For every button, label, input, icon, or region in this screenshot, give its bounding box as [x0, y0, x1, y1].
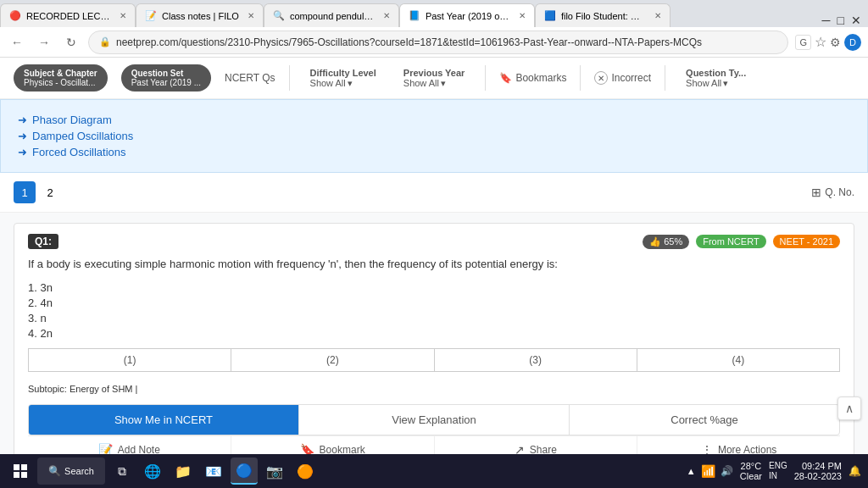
ncert-qs-filter[interactable]: NCERT Qs: [225, 72, 275, 84]
minimize-btn[interactable]: ─: [822, 14, 831, 27]
search-taskbar-button[interactable]: 🔍 Search: [37, 458, 105, 485]
difficulty-label: Difficulty Level: [310, 68, 376, 78]
arrow-icon-3: ➜: [18, 146, 27, 158]
answer-col-3[interactable]: (3): [434, 348, 637, 371]
clock-time: 09:24 PM: [794, 461, 842, 471]
subject-chapter-label: Subject & Chapter: [24, 69, 97, 78]
bookmarks-filter[interactable]: 🔖 Bookmarks: [499, 72, 566, 84]
topic-forced-oscillations[interactable]: ➜ Forced Oscillations: [18, 146, 850, 158]
extra-app-icon[interactable]: 🟠: [292, 458, 319, 485]
correct-percentage-button[interactable]: Correct %age: [569, 405, 839, 435]
tab-close-3[interactable]: ✕: [383, 11, 390, 20]
q1-likes-pct: 65%: [664, 236, 682, 247]
scroll-to-top-button[interactable]: ∧: [837, 396, 861, 420]
svg-rect-0: [14, 464, 19, 470]
page-2-btn[interactable]: 2: [39, 181, 61, 203]
q1-option-3: 3. n: [28, 312, 840, 324]
difficulty-chevron: ▾: [348, 78, 353, 89]
tab-close-1[interactable]: ✕: [120, 11, 126, 20]
camera-icon[interactable]: 📷: [261, 458, 288, 485]
main-content-area: ➜ Phasor Diagram ➜ Damped Oscillations ➜…: [0, 99, 868, 485]
close-btn[interactable]: ✕: [851, 14, 861, 27]
tab-close-4[interactable]: ✕: [519, 11, 526, 20]
previous-year-filter[interactable]: Previous Year Show All ▾: [397, 66, 472, 91]
difficulty-filter[interactable]: Difficulty Level Show All ▾: [303, 66, 383, 91]
q1-ncert-badge: From NCERT: [696, 235, 765, 248]
filter-divider-1: [289, 65, 290, 91]
tab-recorded-lecture[interactable]: 🔴 RECORDED LECTURE @ 8:00 p... ✕: [0, 3, 136, 27]
tab-close-5[interactable]: ✕: [654, 11, 661, 20]
tray-arrow[interactable]: ▲: [687, 466, 696, 476]
tab-compound-pendulum[interactable]: 🔍 compound pendulum - Google ... ✕: [264, 3, 399, 27]
chrome-icon[interactable]: 🔵: [231, 458, 258, 485]
subject-chapter-filter[interactable]: Subject & Chapter Physics - Oscillat...: [14, 64, 108, 92]
tab-favicon-1: 🔴: [9, 10, 21, 22]
topic-damped-oscillations[interactable]: ➜ Damped Oscillations: [18, 130, 850, 142]
q1-badges: 👍 65% From NCERT NEET - 2021: [643, 235, 840, 249]
edge-browser-icon[interactable]: 🌐: [139, 458, 166, 485]
tab-favicon-2: 📝: [145, 10, 157, 22]
q1-option-2: 2. 4n: [28, 297, 840, 309]
option-3-num: 3.: [28, 312, 37, 324]
incorrect-label: Incorrect: [611, 72, 651, 84]
system-tray: ▲ 📶 🔊: [687, 464, 733, 478]
maximize-btn[interactable]: □: [837, 14, 844, 27]
reload-button[interactable]: ↻: [61, 32, 81, 53]
windows-start-button[interactable]: [7, 458, 34, 485]
weather-desc: Clear: [740, 471, 762, 481]
answer-col-2[interactable]: (2): [231, 348, 434, 371]
tab-filo[interactable]: 🟦 filo Filo Student: World's Only Live I…: [535, 3, 670, 27]
search-taskbar-icon: 🔍: [48, 465, 61, 477]
network-icon[interactable]: 📶: [701, 464, 715, 478]
question-1-header: Q1: 👍 65% From NCERT NEET - 2021: [28, 234, 840, 249]
tab-label-5: filo Filo Student: World's Only Live In.…: [561, 11, 646, 21]
forward-button[interactable]: →: [34, 32, 54, 53]
answer-col-1[interactable]: (1): [29, 348, 231, 371]
task-view-button[interactable]: ⧉: [108, 458, 136, 485]
bookmark-icon: 🔖: [499, 72, 512, 84]
volume-icon[interactable]: 🔊: [721, 465, 733, 477]
subtopic-value: Energy of SHM |: [70, 384, 138, 394]
browser-tab-bar: 🔴 RECORDED LECTURE @ 8:00 p... ✕ 📝 Class…: [0, 0, 868, 27]
incorrect-filter[interactable]: ✕ Incorrect: [594, 71, 651, 85]
page-1-btn[interactable]: 1: [14, 181, 36, 203]
option-4-num: 4.: [28, 327, 37, 340]
arrow-icon-1: ➜: [18, 114, 27, 126]
difficulty-value: Show All ▾: [310, 78, 353, 89]
answer-col-4[interactable]: (4): [637, 348, 839, 371]
search-taskbar-label: Search: [64, 466, 94, 476]
tab-close-2[interactable]: ✕: [248, 11, 254, 20]
arrow-icon-2: ➜: [18, 130, 27, 142]
clock-widget[interactable]: 09:24 PM 28-02-2023: [794, 461, 842, 481]
tab-class-notes[interactable]: 📝 Class notes | FILO ✕: [136, 3, 264, 27]
topic-label-3: Forced Oscillations: [32, 146, 126, 158]
q-no-button[interactable]: ⊞ Q. No.: [811, 186, 854, 199]
view-explanation-button[interactable]: View Explanation: [298, 405, 569, 435]
option-1-text: 3n: [40, 281, 52, 294]
weather-temp: 28°C: [740, 461, 762, 471]
question-type-filter[interactable]: Question Ty... Show All ▾: [679, 66, 753, 91]
tab-past-year[interactable]: 📘 Past Year (2019 onward - NTA Pa... ✕: [399, 3, 535, 27]
q1-option-1: 1. 3n: [28, 281, 840, 294]
notification-btn[interactable]: 🔔: [849, 465, 861, 477]
filter-divider-3: [580, 65, 581, 91]
topic-phasor-diagram[interactable]: ➜ Phasor Diagram: [18, 114, 850, 126]
option-2-num: 2.: [28, 297, 37, 309]
lock-icon: 🔒: [99, 36, 111, 47]
back-button[interactable]: ←: [7, 32, 27, 53]
mail-icon[interactable]: 📧: [200, 458, 227, 485]
question-set-filter[interactable]: Question Set Past Year (2019 ...: [121, 64, 211, 92]
topic-links-box: ➜ Phasor Diagram ➜ Damped Oscillations ➜…: [0, 99, 868, 173]
extension-btn[interactable]: ⚙: [830, 36, 841, 49]
weather-widget[interactable]: 28°C Clear: [740, 461, 762, 481]
show-me-ncert-button[interactable]: Show Me in NCERT: [29, 405, 298, 435]
question-set-label: Question Set: [131, 69, 201, 78]
q1-action-row: Show Me in NCERT View Explanation Correc…: [28, 404, 840, 435]
language-selector[interactable]: ENG IN: [769, 461, 787, 481]
profile-btn[interactable]: D: [844, 34, 861, 51]
file-explorer-icon[interactable]: 📁: [170, 458, 197, 485]
address-bar[interactable]: 🔒 neetprep.com/questions/2310-Physics/79…: [88, 30, 788, 54]
bookmark-star-btn[interactable]: ☆: [815, 34, 826, 50]
google-btn[interactable]: G: [795, 35, 811, 50]
previous-year-value: Show All ▾: [403, 78, 446, 89]
